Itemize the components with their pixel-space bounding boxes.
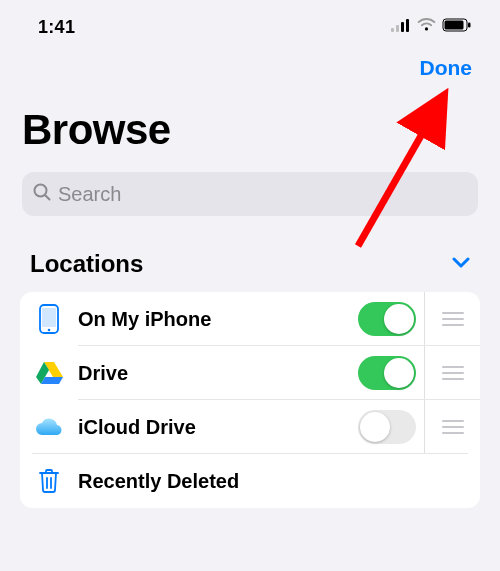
- done-button[interactable]: Done: [420, 56, 473, 80]
- section-title: Locations: [30, 250, 143, 278]
- battery-icon: [442, 18, 472, 36]
- search-icon: [32, 182, 52, 206]
- locations-list: On My iPhone Drive iCloud Drive: [20, 292, 480, 508]
- svg-line-8: [45, 195, 49, 199]
- svg-rect-6: [468, 23, 471, 28]
- trash-icon: [34, 466, 64, 496]
- list-item[interactable]: iCloud Drive: [20, 400, 480, 454]
- row-label: iCloud Drive: [78, 416, 196, 439]
- reorder-handle[interactable]: [424, 400, 480, 454]
- toggle-switch[interactable]: [358, 302, 416, 336]
- status-time: 1:41: [38, 17, 75, 38]
- reorder-handle[interactable]: [424, 292, 480, 346]
- row-label: Recently Deleted: [78, 470, 239, 493]
- search-field[interactable]: [22, 172, 478, 216]
- cloud-icon: [34, 412, 64, 442]
- search-input[interactable]: [58, 183, 468, 206]
- locations-header[interactable]: Locations: [0, 226, 500, 288]
- drive-icon: [34, 358, 64, 388]
- nav-bar: Done: [0, 44, 500, 80]
- svg-rect-2: [401, 22, 404, 32]
- svg-rect-3: [406, 19, 409, 32]
- row-label: Drive: [78, 362, 128, 385]
- svg-rect-1: [396, 25, 399, 32]
- list-item[interactable]: Drive: [20, 346, 480, 400]
- status-indicators: [391, 18, 472, 36]
- page-title: Browse: [0, 80, 500, 166]
- svg-rect-0: [391, 28, 394, 32]
- cellular-icon: [391, 18, 411, 36]
- list-item[interactable]: Recently Deleted: [20, 454, 480, 508]
- svg-point-11: [48, 329, 51, 332]
- phone-icon: [34, 304, 64, 334]
- toggle-switch[interactable]: [358, 410, 416, 444]
- reorder-handle[interactable]: [424, 346, 480, 400]
- wifi-icon: [417, 18, 436, 36]
- row-label: On My iPhone: [78, 308, 211, 331]
- svg-rect-5: [445, 21, 464, 30]
- toggle-switch[interactable]: [358, 356, 416, 390]
- status-bar: 1:41: [0, 0, 500, 44]
- list-item[interactable]: On My iPhone: [20, 292, 480, 346]
- svg-rect-10: [42, 308, 56, 327]
- chevron-down-icon: [452, 255, 470, 273]
